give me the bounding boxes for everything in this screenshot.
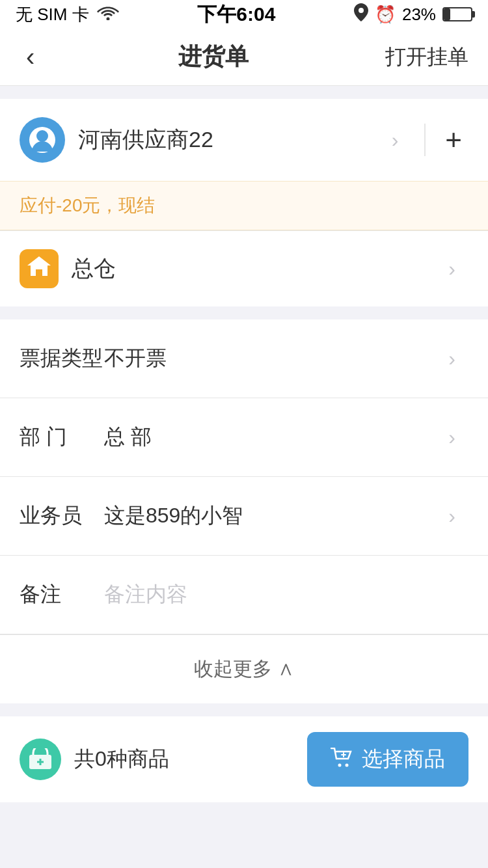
page-title: 进货单	[178, 41, 249, 73]
bottom-divider	[0, 703, 488, 716]
battery-percent: 23%	[402, 5, 436, 25]
house-icon	[27, 255, 51, 282]
supplier-name: 河南供应商22	[78, 125, 392, 155]
status-time: 下午6:04	[197, 1, 275, 28]
avatar-inner	[29, 127, 55, 153]
product-count: 共0种商品	[74, 745, 307, 774]
invoice-type-row[interactable]: 票据类型 不开票 ›	[0, 319, 488, 398]
alert-banner: 应付-20元，现结	[0, 181, 488, 230]
status-bar: 无 SIM 卡 下午6:04 ⏰ 23%	[0, 0, 488, 29]
collapse-label: 收起更多 ∧	[194, 658, 293, 679]
cart-icon	[331, 748, 353, 772]
nav-bar: ‹ 进货单 打开挂单	[0, 29, 488, 86]
status-right: ⏰ 23%	[354, 3, 472, 26]
salesperson-row[interactable]: 业务员 这是859的小智 ›	[0, 477, 488, 556]
carrier-label: 无 SIM 卡	[16, 3, 89, 26]
collapse-toggle[interactable]: 收起更多 ∧	[0, 634, 488, 703]
open-pending-button[interactable]: 打开挂单	[385, 43, 468, 72]
svg-point-0	[106, 17, 109, 20]
invoice-type-label: 票据类型	[20, 344, 104, 373]
invoice-chevron-icon: ›	[448, 347, 455, 371]
supplier-section: 河南供应商22 › + 应付-20元，现结 总仓 ›	[0, 99, 488, 306]
department-value: 总 部	[104, 423, 448, 452]
back-button[interactable]: ‹	[20, 36, 41, 78]
supplier-row[interactable]: 河南供应商22 › +	[0, 99, 488, 181]
warehouse-name: 总仓	[72, 254, 448, 284]
department-row[interactable]: 部 门 总 部 ›	[0, 398, 488, 477]
product-icon	[20, 739, 61, 780]
department-label: 部 门	[20, 423, 104, 452]
salesperson-chevron-icon: ›	[448, 504, 455, 528]
invoice-type-value: 不开票	[104, 344, 448, 373]
remarks-label: 备注	[20, 580, 104, 609]
add-button[interactable]: +	[439, 124, 468, 156]
supplier-divider	[424, 124, 426, 156]
svg-point-7	[346, 763, 349, 766]
salesperson-value: 这是859的小智	[104, 502, 448, 530]
remarks-row[interactable]: 备注 备注内容	[0, 556, 488, 634]
salesperson-label: 业务员	[20, 502, 104, 530]
location-icon	[354, 3, 368, 26]
svg-point-1	[36, 130, 48, 142]
select-product-button[interactable]: 选择商品	[307, 732, 468, 787]
page-footer	[0, 802, 488, 868]
warehouse-row[interactable]: 总仓 ›	[0, 230, 488, 306]
warehouse-chevron-icon: ›	[448, 257, 455, 281]
select-btn-label: 选择商品	[362, 745, 445, 774]
department-chevron-icon: ›	[448, 426, 455, 450]
remarks-placeholder[interactable]: 备注内容	[104, 580, 468, 609]
top-divider	[0, 86, 488, 99]
warehouse-icon	[20, 249, 59, 288]
wifi-icon	[97, 5, 119, 25]
battery-icon	[442, 7, 472, 21]
form-section: 票据类型 不开票 › 部 门 总 部 › 业务员 这是859的小智 › 备注 备…	[0, 319, 488, 703]
alarm-icon: ⏰	[375, 5, 396, 25]
alert-text: 应付-20元，现结	[20, 195, 155, 215]
status-left: 无 SIM 卡	[16, 3, 119, 26]
supplier-chevron-icon: ›	[392, 128, 399, 152]
supplier-avatar	[20, 117, 65, 163]
svg-rect-2	[36, 269, 42, 276]
product-bar: 共0种商品 选择商品	[0, 716, 488, 802]
svg-point-6	[338, 763, 342, 766]
